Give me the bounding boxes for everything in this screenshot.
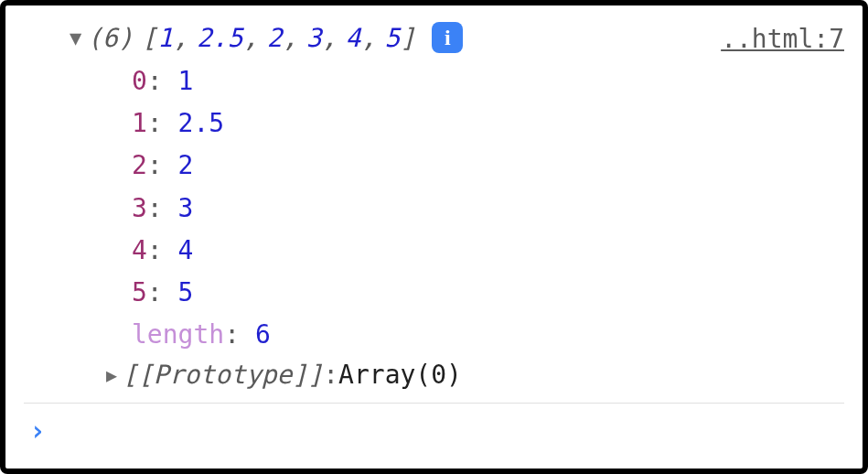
entry-index: 5 (132, 277, 147, 307)
entry-index: 0 (132, 66, 147, 96)
colon: : (147, 108, 178, 138)
collapse-triangle-icon[interactable]: ▼ (70, 27, 81, 49)
length-value: 6 (255, 319, 271, 350)
entry-index: 4 (132, 235, 147, 265)
entry-index: 2 (132, 150, 147, 180)
comma: , (321, 23, 337, 53)
array-preview: [ 1 , 2.5 , 2 , 3 , 4 , 5 ] (142, 23, 415, 53)
prototype-value: Array(0) (338, 360, 462, 390)
array-entry[interactable]: 4: 4 (132, 230, 844, 272)
open-bracket: [ (142, 23, 157, 53)
array-entry[interactable]: 3: 3 (132, 188, 844, 230)
entry-value: 3 (178, 193, 194, 223)
entry-value: 2.5 (178, 108, 225, 138)
array-entries: 0: 1 1: 2.5 2: 2 3: 3 4: 4 5: 5 length: … (24, 53, 844, 356)
entry-value: 2 (178, 150, 194, 180)
comma: , (360, 23, 376, 53)
preview-item: 2 (267, 23, 283, 53)
preview-item: 1 (157, 23, 173, 53)
chevron-right-icon: › (29, 415, 46, 447)
prototype-label: [[Prototype]] (123, 360, 323, 390)
comma: , (173, 23, 188, 53)
colon: : (323, 360, 338, 390)
preview-item: 5 (385, 23, 401, 53)
preview-item: 2.5 (197, 23, 243, 53)
console-log-entry: ▼ (6) [ 1 , 2.5 , 2 , 3 , 4 , 5 ] i ..ht… (24, 22, 844, 404)
entry-value: 5 (178, 277, 194, 307)
length-label: length (132, 319, 224, 350)
entry-value: 1 (178, 66, 194, 96)
comma: , (243, 23, 259, 53)
array-entry[interactable]: 0: 1 (132, 60, 844, 102)
expand-triangle-icon[interactable]: ▶ (106, 364, 117, 386)
colon: : (147, 150, 178, 180)
colon: : (147, 66, 178, 96)
array-count: (6) (87, 23, 134, 53)
colon: : (224, 319, 255, 350)
entry-value: 4 (178, 235, 194, 265)
entry-index: 3 (132, 193, 147, 223)
array-entry[interactable]: 2: 2 (132, 145, 844, 187)
colon: : (147, 193, 178, 223)
comma: , (283, 23, 298, 53)
array-entry[interactable]: 1: 2.5 (132, 102, 844, 145)
colon: : (147, 235, 178, 265)
colon: : (147, 277, 178, 307)
entry-index: 1 (132, 108, 147, 138)
close-bracket: ] (400, 23, 415, 53)
preview-item: 4 (346, 23, 361, 53)
console-prompt[interactable]: › (24, 404, 844, 447)
preview-item: 3 (306, 23, 322, 53)
array-entry[interactable]: 5: 5 (132, 272, 844, 314)
info-icon[interactable]: i (432, 22, 463, 53)
source-link[interactable]: ..html:7 (721, 24, 844, 54)
array-summary-row[interactable]: ▼ (6) [ 1 , 2.5 , 2 , 3 , 4 , 5 ] i ..ht… (24, 22, 844, 53)
prototype-row[interactable]: ▶ [[Prototype]]: Array(0) (24, 356, 844, 390)
array-length-entry[interactable]: length: 6 (132, 314, 844, 356)
